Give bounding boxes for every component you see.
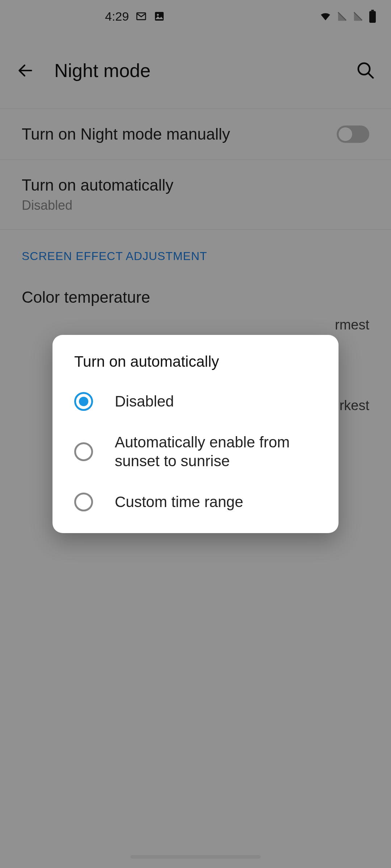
option-sunset-sunrise[interactable]: Automatically enable from sunset to sunr… xyxy=(52,422,339,482)
option-label: Disabled xyxy=(115,392,174,411)
radio-icon xyxy=(74,392,93,411)
radio-icon xyxy=(74,442,93,461)
option-custom-time-range[interactable]: Custom time range xyxy=(52,482,339,523)
option-disabled[interactable]: Disabled xyxy=(52,381,339,422)
dialog-turn-on-automatically: Turn on automatically Disabled Automatic… xyxy=(52,335,339,533)
option-label: Automatically enable from sunset to sunr… xyxy=(115,433,317,471)
gesture-bar xyxy=(130,855,261,859)
dialog-scrim[interactable]: Turn on automatically Disabled Automatic… xyxy=(0,0,391,868)
dialog-title: Turn on automatically xyxy=(52,353,339,381)
radio-icon xyxy=(74,493,93,511)
option-label: Custom time range xyxy=(115,493,243,512)
